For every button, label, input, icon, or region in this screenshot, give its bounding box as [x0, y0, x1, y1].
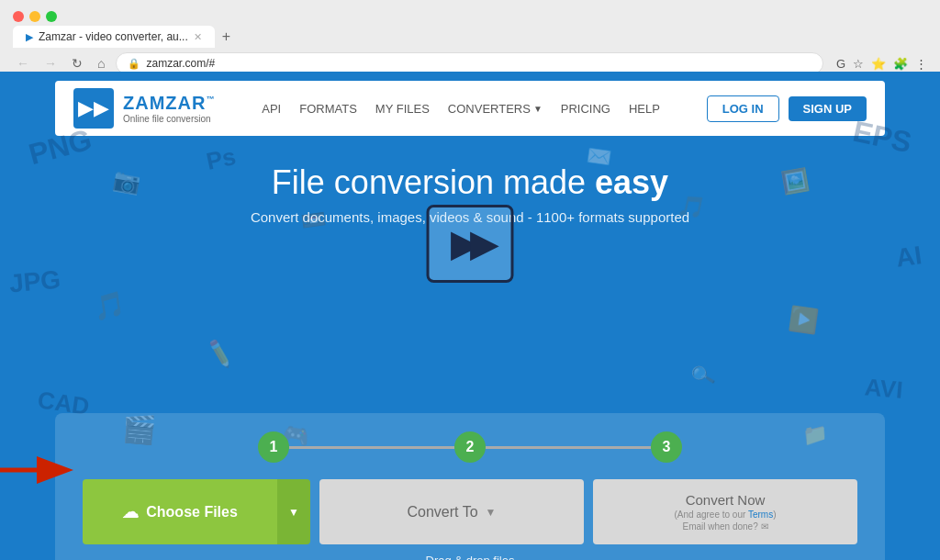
tab-bar: ▶ Zamzar - video converter, au... ✕ + [0, 22, 940, 48]
nav-formats[interactable]: FORMATS [299, 102, 357, 116]
nav-pricing[interactable]: PRICING [561, 102, 610, 116]
url-text: zamzar.com/# [146, 57, 215, 70]
lock-icon: 🔒 [128, 58, 140, 70]
terms-link[interactable]: Terms [748, 510, 773, 520]
pencil-icon: ✏️ [204, 337, 237, 369]
choose-files-button[interactable]: ☁ Choose Files [83, 479, 277, 544]
step-2-circle: 2 [454, 431, 486, 463]
step-line-1 [289, 446, 454, 449]
traffic-lights [0, 0, 940, 22]
logo-area: ▶▶ ZAMZAR™ Online file conversion [73, 88, 215, 129]
reload-button[interactable]: ↻ [68, 54, 86, 73]
nav-buttons: LOG IN SIGN UP [707, 95, 867, 122]
login-button[interactable]: LOG IN [707, 95, 779, 122]
video-icon: ▶️ [787, 304, 820, 336]
logo-subtitle: Online file conversion [123, 114, 215, 124]
arrow-svg [0, 452, 75, 488]
extension-icon[interactable]: 🧩 [893, 57, 908, 71]
home-button[interactable]: ⌂ [94, 54, 108, 73]
forward-button[interactable]: → [40, 54, 61, 73]
ai-icon: AI [893, 241, 923, 274]
signup-button[interactable]: SIGN UP [789, 96, 867, 121]
nav-myfiles[interactable]: MY FILES [375, 102, 430, 116]
steps-indicator: 1 2 3 [83, 431, 857, 463]
center-play-icon: ▶▶ [427, 205, 514, 283]
choose-files-wrap: ☁ Choose Files ▼ [83, 479, 310, 544]
back-button[interactable]: ← [13, 54, 33, 73]
convert-to-button[interactable]: Convert To ▼ [319, 479, 584, 544]
minimize-button[interactable] [29, 11, 40, 22]
tab-close-icon[interactable]: ✕ [194, 31, 202, 43]
choose-info: Drag & drop files 🔒 How are my files pro… [83, 554, 857, 560]
star-icon[interactable]: ⭐ [871, 57, 886, 71]
active-tab[interactable]: ▶ Zamzar - video converter, au... ✕ [13, 26, 215, 48]
logo-arrow-icon: ▶▶ [78, 96, 109, 120]
nav-api[interactable]: API [262, 102, 281, 116]
bookmark-icon[interactable]: ☆ [853, 57, 864, 71]
close-button[interactable] [13, 11, 24, 22]
jpg-icon: JPG [8, 264, 62, 298]
drag-drop-text: Drag & drop files [83, 554, 857, 560]
more-icon[interactable]: ⋮ [915, 57, 927, 71]
buttons-row: ☁ Choose Files ▼ Convert To ▼ Convert No… [83, 479, 857, 544]
upload-icon: ☁ [122, 502, 139, 522]
avi-icon: AVI [863, 373, 903, 404]
new-tab-button[interactable]: + [217, 28, 236, 45]
step-line-2 [486, 446, 651, 449]
convert-agree-text: (And agree to our Terms) [674, 510, 776, 520]
play-sketch-box: ▶▶ [427, 205, 514, 283]
convert-to-caret-icon: ▼ [486, 506, 497, 519]
logo-box: ▶▶ [73, 88, 114, 129]
email-when-done: Email when done? ✉ [682, 521, 767, 532]
converters-caret-icon: ▼ [533, 104, 543, 114]
nav-converters[interactable]: CONVERTERS ▼ [448, 102, 543, 116]
fullscreen-button[interactable] [46, 11, 57, 22]
logo-name: ZAMZAR™ [123, 93, 215, 114]
browser-chrome: ▶ Zamzar - video converter, au... ✕ + ← … [0, 0, 940, 72]
logo-text: ZAMZAR™ Online file conversion [123, 93, 215, 124]
nav-links: API FORMATS MY FILES CONVERTERS ▼ PRICIN… [262, 102, 660, 116]
navbar: ▶▶ ZAMZAR™ Online file conversion API FO… [55, 81, 885, 136]
browser-toolbar: G ☆ ⭐ 🧩 ⋮ [836, 57, 927, 71]
conversion-area: 1 2 3 ☁ Choose Files ▼ [0, 413, 940, 560]
play-arrows-icon: ▶▶ [451, 224, 489, 264]
hero-title: File conversion made easy [0, 163, 940, 202]
convert-now-button[interactable]: Convert Now (And agree to our Terms) Ema… [593, 479, 857, 544]
red-arrow [0, 452, 75, 492]
nav-help[interactable]: HELP [629, 102, 660, 116]
main-page: PNG JPG CAD 📷 🎵 🎬 Ps ✏️ 📼 🎮 EPS AI AVI 🖼… [0, 72, 940, 560]
step-3-circle: 3 [651, 431, 682, 463]
google-icon: G [836, 57, 845, 71]
music-icon: 🎵 [92, 289, 128, 324]
steps-area: 1 2 3 ☁ Choose Files ▼ [55, 413, 885, 560]
step-1-circle: 1 [258, 431, 289, 463]
search-icon: 🔍 [689, 363, 716, 389]
dropdown-caret-icon: ▼ [288, 506, 299, 519]
tab-title: Zamzar - video converter, au... [39, 30, 188, 43]
choose-files-dropdown[interactable]: ▼ [277, 479, 310, 544]
